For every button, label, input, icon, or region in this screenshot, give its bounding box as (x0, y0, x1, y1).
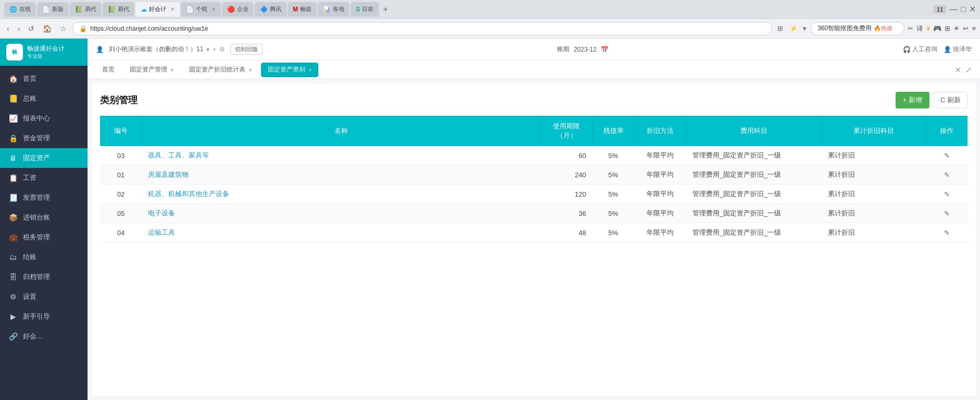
tab-fixed-asset-mgmt[interactable]: 固定资产管理 × (123, 63, 180, 77)
browser-tab-tencent[interactable]: 🔷 腾讯 (255, 2, 287, 17)
game-icon[interactable]: 🎮 (933, 25, 941, 32)
table-row: 05 电子设备 36 5% 年限平均 管理费用_固定资产折旧_一级 累计折旧 ✎ (100, 204, 967, 223)
reload-button[interactable]: ↺ (26, 23, 37, 34)
edit-button[interactable]: ✎ (944, 152, 950, 160)
user-info: 刘小艳演示账套（勿删勿动！）11 ▾ + ⚙ (109, 45, 225, 54)
expand-icon[interactable]: ⤢ (965, 66, 972, 74)
browser-tab-tax[interactable]: 📄 个税 ✕ (181, 2, 221, 17)
tab-label: 在线 (19, 5, 31, 13)
sidebar-item-funds[interactable]: 🔒 资金管理 (0, 128, 88, 148)
browser-tab-current[interactable]: S 目前 (351, 2, 379, 17)
close-icon[interactable]: ✕ (170, 6, 175, 12)
switch-version-button[interactable]: 切到旧版 (230, 44, 263, 55)
maximize-icon[interactable]: □ (961, 5, 966, 14)
plus-icon[interactable]: + (213, 46, 216, 53)
browser-tab-gedi[interactable]: 📊 各地 (318, 2, 350, 17)
back-button[interactable]: ‹ (4, 23, 12, 34)
page-title: 类别管理 (100, 94, 138, 106)
edit-button[interactable]: ✎ (944, 190, 950, 198)
browser-tab-new[interactable]: 📄 新版 (37, 2, 69, 17)
settings-small-icon[interactable]: ⚙ (219, 46, 225, 53)
browser-tab-changti[interactable]: M 畅提 (288, 2, 317, 17)
sidebar-item-ledger[interactable]: 📒 总账 (0, 89, 88, 108)
forward-button[interactable]: › (15, 23, 23, 34)
close-icon[interactable]: ✕ (212, 6, 216, 12)
cell-period: 48 (540, 223, 592, 243)
tab-home[interactable]: 首页 (96, 63, 121, 77)
sidebar-item-fixed-assets[interactable]: 🖥 固定资产 (0, 148, 88, 168)
period-info: 账期 2023-12 📅 (557, 45, 609, 54)
sidebar-item-tax[interactable]: 💼 税务管理 (0, 227, 88, 247)
edit-button[interactable]: ✎ (944, 229, 950, 237)
sidebar-item-label: 总账 (23, 94, 36, 103)
tab-close-icon[interactable]: × (170, 67, 173, 73)
sidebar-item-payroll[interactable]: 📋 工资 (0, 168, 88, 188)
refresh-button[interactable]: C 刷新 (934, 92, 967, 108)
browser-tab-yidai1[interactable]: 📗 易代 (70, 2, 102, 17)
address-bar[interactable]: 🔒 https://cloud.chanjet.com/accounting/u… (72, 22, 772, 35)
user-profile-button[interactable]: 👤 徐泽华 (944, 45, 972, 54)
tab-asset-category[interactable]: 固定资产类别 × (261, 63, 318, 77)
browser-tab-accounting[interactable]: ☁ 好会计 ✕ (135, 2, 180, 17)
bookmark-button[interactable]: ☆ (57, 23, 69, 34)
edit-button[interactable]: ✎ (944, 171, 950, 179)
boost-icon[interactable]: ⚡ (788, 25, 799, 32)
wallet-icon[interactable]: ¥ (926, 25, 930, 32)
col-header-expense: 费用科目 (686, 116, 822, 146)
tab-close-icon[interactable]: × (308, 67, 312, 73)
browser-tab-yidai2[interactable]: 📗 易代 (103, 2, 134, 17)
close-panel-icon[interactable]: ✕ (955, 66, 961, 74)
sidebar-item-archive[interactable]: 🗄 归档管理 (0, 267, 88, 287)
cell-accum: 累计折旧 (822, 223, 926, 243)
dropdown-icon[interactable]: ▾ (206, 46, 209, 53)
name-link[interactable]: 运输工具 (148, 228, 175, 236)
sidebar-item-label: 首页 (23, 74, 36, 83)
hot-badge: 🔥热搜 (874, 25, 892, 32)
name-link[interactable]: 房屋及建筑物 (148, 171, 189, 178)
grid-icon[interactable]: ⊞ (945, 25, 950, 32)
help-button[interactable]: 🎧 人工咨询 (903, 45, 937, 54)
sidebar-item-settlement[interactable]: 🗂 结账 (0, 247, 88, 267)
menu-icon[interactable]: ≡ (972, 25, 976, 32)
sidebar-item-reports[interactable]: 📈 报表中心 (0, 108, 88, 128)
dropdown-icon[interactable]: ▾ (802, 25, 808, 32)
calendar-icon[interactable]: 📅 (601, 46, 609, 53)
undo-icon[interactable]: ↩ (963, 25, 969, 32)
name-link[interactable]: 电子设备 (148, 209, 175, 217)
period-label: 账期 (557, 45, 569, 54)
tab-depreciation-table[interactable]: 固定资产折旧统计表 × (182, 63, 258, 77)
extensions-icon[interactable]: ⊞ (775, 25, 785, 32)
table-header: 编号 名称 使用期限（月） 残值率 折旧方法 费用科目 累计折旧科目 操作 (100, 116, 967, 146)
edit-button[interactable]: ✎ (944, 210, 950, 217)
brightness-icon[interactable]: ☀ (953, 25, 960, 32)
translate-icon[interactable]: 译 (916, 24, 923, 33)
new-tab-button[interactable]: + (380, 5, 391, 14)
tab-label: 固定资产折旧统计表 (189, 65, 245, 74)
sidebar-item-settings[interactable]: ⚙ 设置 (0, 287, 88, 307)
search-bar[interactable]: 360智能抠图免费用 🔥热搜 (811, 22, 904, 35)
cut-icon[interactable]: ✂ (908, 25, 913, 32)
home-button[interactable]: 🏠 (40, 23, 54, 34)
tab-label: 企业 (237, 5, 249, 13)
cell-action: ✎ (926, 223, 967, 243)
top-bar: 👤 刘小艳演示账套（勿删勿动！）11 ▾ + ⚙ 切到旧版 账期 2023-12… (88, 39, 980, 60)
close-icon[interactable]: ✕ (969, 4, 976, 14)
sidebar-item-inventory[interactable]: 📦 进销台账 (0, 208, 88, 227)
sidebar-item-invoice[interactable]: 🧾 发票管理 (0, 188, 88, 208)
table-row: 04 运输工具 48 5% 年限平均 管理费用_固定资产折旧_一级 累计折旧 ✎ (100, 223, 967, 243)
inventory-icon: 📦 (8, 213, 18, 222)
add-button[interactable]: + 新增 (896, 92, 929, 108)
browser-tab-online[interactable]: 🌐 在线 (4, 2, 36, 17)
tab-count-badge[interactable]: 11 (934, 5, 946, 14)
sidebar-item-guide[interactable]: ▶ 新手引导 (0, 307, 88, 326)
settlement-icon: 🗂 (8, 252, 18, 262)
tab-close-icon[interactable]: × (249, 67, 252, 73)
name-link[interactable]: 器具、工具、家具等 (148, 151, 209, 159)
sidebar-item-home[interactable]: 🏠 首页 (0, 69, 88, 89)
tab-label: 个税 (196, 5, 207, 13)
sidebar-item-more[interactable]: 🔗 好会... (0, 326, 88, 346)
browser-tab-enterprise[interactable]: 🔴 企业 (222, 2, 254, 17)
cell-name: 机器、机械和其他生产设备 (142, 185, 540, 204)
minimize-icon[interactable]: — (949, 5, 958, 14)
name-link[interactable]: 机器、机械和其他生产设备 (148, 190, 229, 198)
